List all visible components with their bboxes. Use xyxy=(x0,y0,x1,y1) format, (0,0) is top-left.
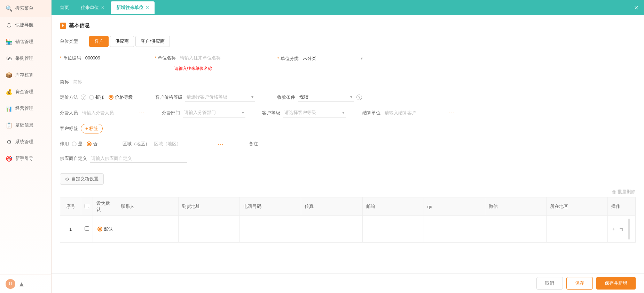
remark-input[interactable] xyxy=(261,140,365,148)
fax-input[interactable] xyxy=(305,225,359,233)
basic-icon: 📋 xyxy=(6,122,13,129)
radio-discount-circle xyxy=(89,95,94,100)
sidebar-item-purchase[interactable]: 🛍 采购管理 xyxy=(0,50,51,67)
sidebar-item-search[interactable]: 🔍 搜索菜单 xyxy=(0,0,51,17)
radio-no-circle xyxy=(87,141,92,146)
save-new-button[interactable]: 保存并新增 xyxy=(596,277,636,290)
customer-level-select[interactable]: 请选择客户等级 ▾ xyxy=(283,108,346,117)
dept-select[interactable]: 请输入分管部门 ▾ xyxy=(183,108,245,117)
short-name-input[interactable] xyxy=(72,78,134,86)
tabs-bar: 首页 往来单位 ✕ 新增往来单位 ✕ ✕ xyxy=(52,0,644,15)
radio-default[interactable]: 默认 xyxy=(96,226,113,232)
add-tag-button[interactable]: + 标签 xyxy=(81,124,103,133)
region-more-icon[interactable]: ··· xyxy=(218,141,224,147)
sidebar-item-sales[interactable]: 🏪 销售管理 xyxy=(0,33,51,50)
tab-partners-label: 往来单位 xyxy=(81,5,99,11)
contacts-table: 序号 设为默认 联系人 到货地 xyxy=(60,197,636,243)
manager-more-icon[interactable]: ··· xyxy=(139,110,145,115)
dept-placeholder: 请输入分管部门 xyxy=(184,109,216,116)
cell-fax xyxy=(301,216,362,243)
email-input[interactable] xyxy=(366,225,420,233)
sidebar-item-guide[interactable]: 🎯 新手引导 xyxy=(0,150,51,167)
shortname-row: 简称 xyxy=(60,78,636,86)
sidebar-item-quicknav[interactable]: ⬡ 快捷导航 xyxy=(0,17,51,33)
radio-price-level[interactable]: 价格等级 xyxy=(109,94,133,100)
unit-name-label: 单位名称 xyxy=(155,55,176,61)
tab-new-partner-close[interactable]: ✕ xyxy=(146,6,149,10)
unit-category-select[interactable]: 未分类 ▾ xyxy=(301,54,364,63)
sidebar-item-label: 采购管理 xyxy=(15,55,33,62)
supplier-custom-input[interactable] xyxy=(90,154,187,163)
col-wechat: 微信 xyxy=(485,197,546,216)
phone-input[interactable] xyxy=(243,225,297,233)
save-button[interactable]: 保存 xyxy=(566,277,593,290)
radio-no-label: 否 xyxy=(93,141,97,147)
radio-yes[interactable]: 是 xyxy=(72,141,83,147)
cell-default: 默认 xyxy=(93,216,117,243)
select-all-checkbox[interactable] xyxy=(85,204,89,208)
sidebar-item-system[interactable]: ⚙ 系统管理 xyxy=(0,133,51,150)
supplier-custom-label: 供应商自定义 xyxy=(60,155,87,162)
short-name-label: 简称 xyxy=(60,79,69,85)
chevron-down-icon: ▾ xyxy=(350,95,352,99)
tab-partners[interactable]: 往来单位 ✕ xyxy=(75,1,110,14)
tab-new-partner[interactable]: 新增往来单位 ✕ xyxy=(111,1,155,14)
unit-name-input[interactable] xyxy=(179,54,255,62)
address-input[interactable] xyxy=(182,225,236,233)
region-group: 区域（地区） ··· xyxy=(123,140,224,148)
col-fax: 传真 xyxy=(301,197,362,216)
dept-group: 分管部门 请输入分管部门 ▾ xyxy=(162,108,245,117)
form-content: F 基本信息 单位类型 客户 供应商 客户/供应商 单位编码 xyxy=(52,15,644,273)
tab-partners-close[interactable]: ✕ xyxy=(101,6,104,10)
supplier-custom-group: 供应商自定义 xyxy=(60,154,187,163)
radio-price-level-label: 价格等级 xyxy=(115,94,133,100)
chevron-down-icon: ▾ xyxy=(242,110,244,115)
radio-no[interactable]: 否 xyxy=(87,141,97,147)
payment-help-icon[interactable]: ? xyxy=(356,95,362,100)
batch-delete-button[interactable]: 🗑 批量删除 xyxy=(612,189,636,195)
sidebar-item-inventory[interactable]: 📦 库存核算 xyxy=(0,67,51,83)
contact-input[interactable] xyxy=(121,225,175,233)
custom-settings-label: 自定义项设置 xyxy=(71,176,99,182)
sidebar-bottom: U ▲ xyxy=(0,275,51,293)
sidebar-item-label: 经营管理 xyxy=(15,105,33,112)
wechat-input[interactable] xyxy=(489,225,543,233)
unit-code-input[interactable] xyxy=(84,54,147,62)
tabs-close-all[interactable]: ✕ xyxy=(631,3,641,13)
sidebar-item-operations[interactable]: 📊 经营管理 xyxy=(0,100,51,117)
tab-home[interactable]: 首页 xyxy=(54,1,74,14)
manager-input[interactable] xyxy=(81,109,136,117)
settlement-more-icon[interactable]: ··· xyxy=(449,110,455,115)
row-region-input[interactable] xyxy=(550,225,604,233)
cell-action: ＋ 🗑 xyxy=(608,216,636,243)
settlement-input[interactable] xyxy=(383,109,446,117)
sidebar-item-finance[interactable]: 💰 资金管理 xyxy=(0,83,51,100)
add-row-icon[interactable]: ＋ xyxy=(611,226,616,232)
expand-icon[interactable]: ▲ xyxy=(18,280,25,288)
sidebar-item-basic[interactable]: 📋 基础信息 xyxy=(0,117,51,133)
customer-level-group: 客户等级 请选择客户等级 ▾ xyxy=(262,108,346,117)
row-actions: ＋ 🗑 xyxy=(611,219,632,239)
radio-discount[interactable]: 折扣 xyxy=(89,94,104,100)
btn-both[interactable]: 客户/供应商 xyxy=(135,36,170,47)
cell-contact xyxy=(117,216,179,243)
cell-wechat xyxy=(485,216,546,243)
col-seq: 序号 xyxy=(60,197,81,216)
btn-supplier[interactable]: 供应商 xyxy=(110,36,134,47)
payment-condition-select[interactable]: 现结 ▾ xyxy=(298,92,354,102)
pricing-help-icon[interactable]: ? xyxy=(81,95,86,100)
cancel-button[interactable]: 取消 xyxy=(536,277,563,290)
scroll-indicator xyxy=(628,219,630,239)
customer-price-level-select[interactable]: 请选择客户价格等级 ▾ xyxy=(185,92,255,102)
custom-settings-button[interactable]: ⚙ 自定义项设置 xyxy=(60,173,104,185)
region-input[interactable] xyxy=(152,140,215,148)
cell-checkbox xyxy=(81,216,93,243)
qq-input[interactable] xyxy=(427,225,481,233)
main: 首页 往来单位 ✕ 新增往来单位 ✕ ✕ F 基本信息 单位类型 客户 供应商 xyxy=(52,0,644,293)
delete-row-icon[interactable]: 🗑 xyxy=(619,226,624,232)
sidebar-item-label: 资金管理 xyxy=(15,89,33,95)
pricing-method-group: 定价方法 ? 折扣 价格等级 xyxy=(60,94,133,100)
btn-customer[interactable]: 客户 xyxy=(89,36,109,47)
row-checkbox[interactable] xyxy=(85,226,89,231)
col-region: 所在地区 xyxy=(546,197,607,216)
